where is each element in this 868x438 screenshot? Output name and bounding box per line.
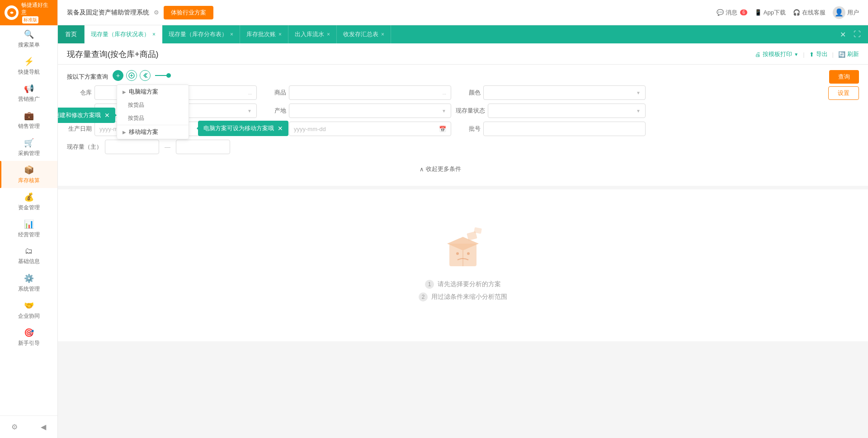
sidebar-item-guide[interactable]: 🎯 新手引导 xyxy=(0,324,57,351)
sidebar-item-purchase[interactable]: 🛒 采购管理 xyxy=(0,134,57,161)
scheme-panel-mobile[interactable]: ▶ 移动端方案 xyxy=(117,125,189,139)
filter-field-stock-status: 现存量状态 ▼ xyxy=(456,104,646,118)
trial-btn[interactable]: 体验行业方案 xyxy=(164,6,213,19)
sidebar-item-management[interactable]: 📊 经营管理 xyxy=(0,215,57,242)
tab-home[interactable]: 首页 xyxy=(58,25,85,43)
tab-inventory-status-label: 现存量（库存状况表） xyxy=(91,30,150,38)
empty-state: 1 请先选择要分析的方案 2 用过滤条件来缩小分析范围 xyxy=(58,189,868,341)
logo-text: 畅捷通好生意 xyxy=(21,2,53,16)
sidebar-collapse-btn[interactable]: ◀ xyxy=(41,423,46,431)
scheme-panel-computer[interactable]: ▶ 电脑端方案 xyxy=(117,85,189,99)
stock-main-from[interactable] xyxy=(105,140,159,154)
tab-batch-ledger-close[interactable]: × xyxy=(278,31,282,38)
scheme-panel-computer-sub[interactable]: 按货品 xyxy=(117,99,189,112)
origin-label: 产地 xyxy=(261,107,286,115)
collapse-btn[interactable]: ∧ 收起更多条件 xyxy=(420,161,461,177)
goods-select[interactable]: ... xyxy=(289,85,451,100)
sidebar-settings-btn[interactable]: ⚙ xyxy=(11,423,18,431)
tab-batch-ledger[interactable]: 库存批次账 × xyxy=(240,25,288,43)
sidebar-item-system[interactable]: ⚙️ 系统管理 xyxy=(0,269,57,297)
print-dropdown-icon[interactable]: ▼ xyxy=(794,52,798,57)
batch-input[interactable] xyxy=(483,122,646,136)
scheme-back-btn[interactable] xyxy=(140,70,151,81)
filter-field-batch: 批号 xyxy=(456,122,646,136)
color-select[interactable]: ▼ xyxy=(483,85,646,100)
sidebar-item-basic[interactable]: 🗂 基础信息 xyxy=(0,242,57,269)
purchase-icon: 🛒 xyxy=(24,138,34,148)
sidebar-item-quicknav[interactable]: ⚡ 快捷导航 xyxy=(0,52,57,80)
tab-inventory-status-close[interactable]: × xyxy=(152,31,156,38)
hint-num-1: 1 xyxy=(425,280,434,289)
app-download-action[interactable]: 📱 App下载 xyxy=(755,9,786,17)
quick-nav-icon: ⚡ xyxy=(24,57,34,66)
scheme-tip-popover: 电脑方案可设为移动方案哦 ✕ xyxy=(198,121,288,136)
tab-batch-ledger-label: 库存批次账 xyxy=(246,30,276,38)
sidebar-item-enterprise[interactable]: 🤝 企业协同 xyxy=(0,297,57,324)
tab-collect-send-close[interactable]: × xyxy=(381,31,384,38)
main-area: 装备及固定资产辅助管理系统 ⚙ 体验行业方案 💬 消息 6 📱 App下载 🎧 … xyxy=(58,0,868,438)
scheme-panel-computer-sub2[interactable]: 按货品 xyxy=(117,112,189,125)
edit-tip-close[interactable]: ✕ xyxy=(104,112,110,119)
tab-inventory-dist[interactable]: 现存量（库存分布表） × xyxy=(162,25,240,43)
tab-inventory-status[interactable]: 现存量（库存状况表） × xyxy=(85,25,162,43)
headset-icon: 🎧 xyxy=(793,9,800,16)
content-area: 现存量查询(按仓库+商品) 🖨 按模板打印 ▼ | ⬆ 导出 | 🔄 xyxy=(58,43,868,438)
tab-inout-flow[interactable]: 出入库流水 × xyxy=(288,25,337,43)
refresh-btn[interactable]: 🔄 刷新 xyxy=(838,50,859,58)
hint-text-1: 请先选择要分析的方案 xyxy=(438,280,501,288)
refresh-icon: 🔄 xyxy=(838,51,845,58)
message-action[interactable]: 💬 消息 6 xyxy=(717,9,747,17)
tab-inventory-dist-close[interactable]: × xyxy=(230,31,233,38)
sidebar-item-search[interactable]: 🔍 搜索菜单 xyxy=(0,25,57,52)
filter-field-origin: 产地 ▼ xyxy=(261,104,451,118)
stock-status-select[interactable]: ▼ xyxy=(488,104,646,118)
expire-date-picker[interactable]: yyyy-mm-dd 📅 xyxy=(289,122,451,136)
origin-select-arrow: ▼ xyxy=(442,108,446,113)
print-btn[interactable]: 🖨 按模板打印 ▼ xyxy=(755,50,798,58)
export-btn[interactable]: ⬆ 导出 xyxy=(809,50,828,58)
sidebar-item-inventory[interactable]: 📦 库存核算 xyxy=(0,161,57,188)
sidebar-item-sales[interactable]: 💼 销售管理 xyxy=(0,107,57,134)
prod-date-label: 生产日期 xyxy=(67,125,92,133)
page-title-row: 现存量查询(按仓库+商品) 🖨 按模板打印 ▼ | ⬆ 导出 | 🔄 xyxy=(67,49,859,64)
tab-inout-flow-close[interactable]: × xyxy=(327,31,330,38)
stock-status-arrow: ▼ xyxy=(636,108,641,113)
topbar-settings-icon[interactable]: ⚙ xyxy=(154,9,159,16)
message-badge: 6 xyxy=(740,9,747,15)
tabbar: 首页 现存量（库存状况表） × 现存量（库存分布表） × 库存批次账 × 出入库… xyxy=(58,25,868,43)
page-actions: 🖨 按模板打印 ▼ | ⬆ 导出 | 🔄 刷新 xyxy=(755,50,859,58)
topbar-right: 💬 消息 6 📱 App下载 🎧 在线客服 👤 用户 xyxy=(717,6,859,19)
scheme-tip-close[interactable]: ✕ xyxy=(278,125,283,132)
online-support-action[interactable]: 🎧 在线客服 xyxy=(793,9,826,17)
stock-main-to[interactable] xyxy=(176,140,230,154)
sidebar-item-marketing[interactable]: 📢 营销推广 xyxy=(0,80,57,107)
search-btn[interactable]: 查询 xyxy=(829,70,859,84)
svg-point-7 xyxy=(467,252,470,255)
logo-badge: 标准版 xyxy=(22,16,38,24)
sidebar-nav: 🔍 搜索菜单 ⚡ 快捷导航 📢 营销推广 💼 销售管理 🛒 采购管理 📦 库存核… xyxy=(0,25,57,415)
app-download-label: App下载 xyxy=(764,9,786,17)
color-label: 颜色 xyxy=(456,89,481,97)
goods-select-arrow: ... xyxy=(443,90,446,95)
sidebar-item-finance[interactable]: 💰 资金管理 xyxy=(0,188,57,215)
sidebar-footer: ⚙ ◀ xyxy=(0,415,57,438)
scheme-add-btn[interactable]: + xyxy=(113,70,123,81)
scheme-edit-btn[interactable] xyxy=(126,70,137,81)
empty-illustration xyxy=(436,226,490,271)
filter-row-4: 现存量（主） — xyxy=(67,140,814,154)
tab-collect-send-label: 收发存汇总表 xyxy=(343,30,378,38)
size-select-arrow: ▼ xyxy=(247,108,252,113)
origin-select[interactable]: ▼ xyxy=(289,104,451,118)
edit-tip-popover: 这里可以创建和修改方案哦 ✕ [data-name="edit-tip-popo… xyxy=(58,108,115,123)
scheme-panel: ▶ 电脑端方案 这里可以创建和修改方案哦 ✕ [data-name="edit-… xyxy=(117,85,189,139)
filter-field-color: 颜色 ▼ xyxy=(456,85,646,100)
tab-fullscreen-btn[interactable]: ⛶ xyxy=(851,28,863,41)
filter-scheme-btns: + xyxy=(113,70,151,81)
filter-field-expire-date: 失效日期 yyyy-mm-dd 📅 xyxy=(261,122,451,136)
tab-inventory-dist-label: 现存量（库存分布表） xyxy=(169,30,227,38)
user-action[interactable]: 👤 用户 xyxy=(833,6,859,19)
tab-collect-send[interactable]: 收发存汇总表 × xyxy=(337,25,391,43)
tab-close-all-btn[interactable]: ✕ xyxy=(836,28,849,41)
reset-btn[interactable]: 设置 xyxy=(828,86,859,100)
batch-label: 批号 xyxy=(456,125,481,133)
